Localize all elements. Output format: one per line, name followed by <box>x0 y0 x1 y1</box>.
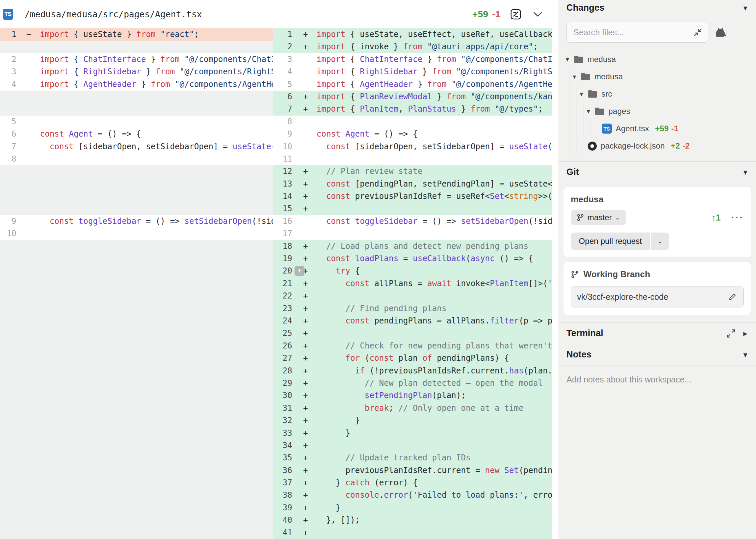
terminal-section-header[interactable]: Terminal ▸ <box>558 322 756 344</box>
chevron-down-icon[interactable]: ▾ <box>743 168 747 177</box>
notes-section-header[interactable]: Notes ▾ <box>558 344 756 365</box>
code-text: const loadPlans = useCallback(async () =… <box>317 253 552 265</box>
diff-spacer-row <box>0 327 273 339</box>
line-number: 23 <box>273 302 295 315</box>
diff-row: 19+ const loadPlans = useCallback(async … <box>273 253 552 265</box>
diff-row: 8 <box>0 153 273 165</box>
tree-item-medusa[interactable]: ▾medusa <box>558 51 756 68</box>
search-files-input[interactable] <box>566 22 708 43</box>
diff-row: 18+ // Load plans and detect new pending… <box>273 240 552 253</box>
file-name: medusa <box>594 72 623 81</box>
notes-title: Notes <box>566 349 591 360</box>
caret-down-icon[interactable]: ▾ <box>573 73 581 81</box>
diff-row: 6+import { PlanReviewModal } from "@/com… <box>273 91 552 103</box>
line-number: 20 <box>273 265 295 277</box>
line-number: 1 <box>273 28 295 41</box>
repo-name: medusa <box>571 194 744 205</box>
diff-marker <box>19 228 38 240</box>
line-number: 33 <box>273 427 295 439</box>
changes-search-row <box>558 17 756 49</box>
tree-item-Agent.tsx[interactable]: TSAgent.tsx+59-1 <box>558 120 756 137</box>
file-name: package-lock.json <box>601 141 665 151</box>
diff-row: 22+ <box>273 290 552 302</box>
caret-down-icon[interactable]: ▾ <box>566 55 574 63</box>
diff-spacer-row <box>0 240 273 253</box>
chevron-down-icon[interactable]: ▾ <box>743 3 747 13</box>
commits-ahead[interactable]: ↑1 <box>712 213 721 223</box>
line-number: 30 <box>273 389 295 402</box>
git-section-header[interactable]: Git ▾ <box>558 161 756 183</box>
line-number: 6 <box>273 91 295 103</box>
caret-down-icon[interactable]: ▾ <box>587 107 595 115</box>
cat-icon[interactable] <box>713 26 727 39</box>
branch-selector[interactable]: master ⌄ <box>571 210 626 225</box>
file-name: medusa <box>587 55 616 64</box>
line-number: 28 <box>273 365 295 377</box>
more-actions-button[interactable]: ··· <box>731 212 744 223</box>
diff-view-mode-icon[interactable] <box>509 8 522 21</box>
indent-guide <box>573 137 580 155</box>
diff-spacer-row <box>0 365 273 377</box>
line-number: 13 <box>273 178 295 190</box>
changes-section-header[interactable]: Changes ▾ <box>558 0 756 17</box>
line-number: 12 <box>273 165 295 178</box>
notes-input[interactable]: Add notes about this workspace... <box>558 365 756 394</box>
diff-row: 41+ <box>273 527 552 539</box>
diff-row: 5 <box>0 116 273 128</box>
expand-terminal-icon[interactable] <box>726 328 736 338</box>
diff-marker <box>295 215 317 228</box>
code-text <box>317 290 552 302</box>
line-number: 35 <box>273 452 295 464</box>
code-text: // Update tracked plan IDs <box>317 452 552 464</box>
diff-scrollbar-track[interactable] <box>552 0 558 539</box>
collapse-tree-icon[interactable] <box>693 27 703 38</box>
line-number: 8 <box>0 153 19 165</box>
line-number: 26 <box>273 340 295 352</box>
code-text <box>317 228 552 240</box>
diff-marker <box>295 53 317 66</box>
code-text: import { AgentHeader } from "@/component… <box>38 78 273 91</box>
deletions-count: -1 <box>492 9 500 20</box>
indent-guide <box>566 120 573 137</box>
chevron-right-icon[interactable]: ▸ <box>743 329 747 338</box>
open-pull-request-button[interactable]: Open pull request <box>571 233 650 250</box>
file-path: /medusa/medusa/src/pages/Agent.tsx <box>25 9 202 19</box>
code-text: import { useState, useEffect, useRef, us… <box>317 28 552 41</box>
indent-guide <box>573 85 580 103</box>
code-text: // New plan detected — open the modal <box>317 377 552 389</box>
tree-item-package-lock.json[interactable]: package-lock.json+2-2 <box>558 137 756 155</box>
code-text <box>317 153 552 165</box>
line-number: 3 <box>0 66 19 78</box>
diff-row: 37+ } catch (error) { <box>273 477 552 489</box>
code-text: const allPlans = await invoke<PlanItem[]… <box>317 277 552 290</box>
line-number: 1 <box>0 28 19 41</box>
tree-item-pages[interactable]: ▾pages <box>558 103 756 120</box>
diff-marker: + <box>295 315 317 327</box>
diff-row: 4import { RightSidebar } from "@/compone… <box>273 66 552 78</box>
diff-row: 35+ // Update tracked plan IDs <box>273 452 552 464</box>
diff-row: 1+import { useState, useEffect, useRef, … <box>273 28 552 41</box>
diff-spacer-row <box>0 427 273 439</box>
deletions: -2 <box>682 141 689 150</box>
edit-branch-icon[interactable] <box>727 292 737 302</box>
changed-files-tree: ▾medusa▾medusa▾src▾pagesTSAgent.tsx+59-1… <box>558 49 756 161</box>
collapse-file-chevron-icon[interactable] <box>531 8 544 21</box>
tree-item-src[interactable]: ▾src <box>558 85 756 103</box>
tree-item-medusa[interactable]: ▾medusa <box>558 68 756 85</box>
working-branch-field[interactable]: vk/3ccf-explore-the-code <box>571 286 744 307</box>
pull-request-options-button[interactable]: ⌄ <box>651 233 669 250</box>
add-comment-button[interactable]: + <box>295 266 305 276</box>
diff-marker: + <box>295 253 317 265</box>
diff-marker: + <box>295 502 317 514</box>
diff-spacer-row <box>0 315 273 327</box>
diff-row: 7+import { PlanItem, PlanStatus } from "… <box>273 103 552 115</box>
diff-marker <box>295 141 317 153</box>
line-number: 32 <box>273 414 295 427</box>
diff-spacer-row <box>0 91 273 103</box>
indent-guide <box>580 103 587 120</box>
caret-down-icon[interactable]: ▾ <box>580 90 588 98</box>
diff-row: 32+ } <box>273 414 552 427</box>
diff-marker <box>19 153 38 165</box>
chevron-down-icon[interactable]: ▾ <box>743 350 747 359</box>
working-branch-title: Working Branch <box>583 269 650 279</box>
